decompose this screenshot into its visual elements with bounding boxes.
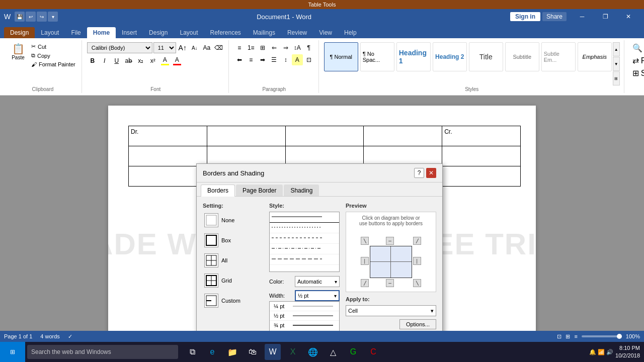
superscript-btn[interactable]: x² — [147, 55, 158, 66]
style-list-dotted3[interactable] — [270, 244, 339, 254]
taskbar-app2[interactable]: G — [345, 344, 361, 360]
change-case-btn[interactable]: Aa — [201, 42, 212, 53]
width-select[interactable]: ½ pt ▾ — [295, 290, 340, 301]
tab-mailings[interactable]: Mailings — [247, 27, 281, 38]
preview-left-border-btn[interactable]: │ — [361, 257, 369, 265]
view-print-btn[interactable]: ⊡ — [557, 333, 561, 340]
customize-btn[interactable]: ▾ — [48, 12, 58, 22]
apply-to-dropdown[interactable]: Cell ▾ — [346, 305, 436, 316]
start-button[interactable]: ⊞ — [0, 342, 25, 362]
strikethrough-btn[interactable]: ab̶ — [123, 55, 134, 66]
preview-br-btn[interactable]: ╲ — [413, 279, 421, 287]
minimize-btn[interactable]: ─ — [571, 9, 594, 24]
close-btn[interactable]: ✕ — [617, 9, 640, 24]
taskbar-app3[interactable]: C — [365, 344, 381, 360]
preview-right-border-btn[interactable]: │ — [413, 257, 421, 265]
justify-btn[interactable]: ☰ — [269, 54, 280, 65]
taskbar-edge[interactable]: e — [204, 344, 220, 360]
table-cell[interactable]: Cr. — [442, 126, 521, 146]
taskbar-excel[interactable]: X — [285, 344, 301, 360]
font-family-select[interactable]: Calibri (Body) — [87, 42, 152, 53]
copy-button[interactable]: ⧉ Copy — [29, 51, 77, 60]
borders-btn[interactable]: ⊡ — [303, 54, 314, 65]
view-web-btn[interactable]: ⊞ — [566, 333, 570, 340]
save-btn[interactable]: 💾 — [15, 12, 25, 22]
tab-references[interactable]: References — [204, 27, 247, 38]
table-cell[interactable]: Dr. — [129, 126, 207, 146]
table-cell[interactable] — [129, 166, 207, 187]
zoom-slider[interactable] — [582, 335, 622, 337]
paste-button[interactable]: 📋 Paste — [8, 42, 28, 62]
style-no-spacing[interactable]: ¶ No Spac... — [360, 42, 394, 71]
table-cell[interactable] — [364, 126, 442, 146]
font-size-select[interactable]: 11 — [153, 42, 176, 53]
find-btn[interactable]: 🔍 Find — [629, 42, 644, 54]
taskbar-explorer[interactable]: 📁 — [224, 344, 240, 360]
tab-layout[interactable]: Layout — [174, 27, 204, 38]
style-heading2[interactable]: Heading 2 — [433, 42, 467, 71]
grow-font-btn[interactable]: A↑ — [177, 42, 188, 53]
numbering-btn[interactable]: 1≡ — [246, 42, 257, 53]
share-btn[interactable]: Share — [542, 12, 567, 21]
gallery-scroll-up[interactable]: ▲ — [613, 42, 620, 56]
setting-all[interactable]: All — [203, 252, 263, 269]
gallery-scroll-down[interactable]: ▼ — [613, 57, 620, 71]
dialog-close-btn[interactable]: ✕ — [426, 168, 436, 178]
style-heading1[interactable]: Heading 1 — [396, 42, 431, 71]
bold-btn[interactable]: B — [87, 55, 98, 66]
underline-btn[interactable]: U — [111, 55, 122, 66]
style-list[interactable] — [269, 212, 340, 272]
table-cell[interactable] — [442, 166, 521, 187]
align-center-btn[interactable]: ≡ — [246, 54, 257, 65]
clear-format-btn[interactable]: ⌫ — [213, 42, 224, 53]
taskbar-chrome[interactable]: 🌐 — [305, 344, 321, 360]
dialog-tab-page-border[interactable]: Page Border — [236, 185, 283, 196]
table-cell[interactable] — [442, 146, 521, 166]
shading-btn[interactable]: A — [292, 54, 303, 65]
sort-btn[interactable]: ↕A — [292, 42, 303, 53]
table-cell[interactable] — [129, 146, 207, 166]
dialog-help-btn[interactable]: ? — [414, 168, 424, 178]
increase-indent-btn[interactable]: ⇒ — [280, 42, 291, 53]
taskbar-app1[interactable]: △ — [325, 344, 341, 360]
setting-grid[interactable]: Grid — [203, 272, 263, 289]
table-cell[interactable] — [285, 126, 364, 146]
preview-bl-btn[interactable]: ╱ — [361, 279, 369, 287]
line-spacing-btn[interactable]: ↕ — [280, 54, 291, 65]
align-left-btn[interactable]: ⬅ — [234, 54, 245, 65]
style-list-dotted1[interactable] — [270, 223, 339, 233]
taskbar-search[interactable]: Search the web and Windows — [27, 345, 178, 359]
width-option-05[interactable]: ½ pt — [270, 311, 339, 321]
options-button[interactable]: Options... — [399, 319, 436, 329]
taskbar-store[interactable]: 🛍 — [245, 344, 261, 360]
dialog-tab-shading[interactable]: Shading — [284, 185, 319, 196]
preview-tr-btn[interactable]: ╱ — [413, 237, 421, 245]
tab-help[interactable]: Help — [338, 27, 363, 38]
style-subtle-em[interactable]: Subtle Em... — [541, 42, 576, 71]
taskbar-word[interactable]: W — [265, 344, 281, 360]
style-normal[interactable]: ¶ Normal — [324, 42, 358, 71]
select-btn[interactable]: ⊞ Select ▾ — [629, 67, 644, 79]
style-list-dotted2[interactable] — [270, 233, 339, 244]
cut-button[interactable]: ✂ Cut — [29, 42, 77, 51]
style-title[interactable]: Title — [469, 42, 503, 71]
width-option-1[interactable]: 1 pt — [270, 330, 339, 331]
sign-in-btn[interactable]: Sign in — [510, 12, 540, 21]
tab-home[interactable]: Home — [87, 27, 116, 38]
setting-none[interactable]: None — [203, 212, 263, 229]
highlight-btn[interactable]: A — [159, 55, 171, 66]
preview-bottom-border-btn[interactable]: ─ — [386, 279, 394, 287]
shrink-font-btn[interactable]: A↓ — [189, 42, 200, 53]
dialog-tab-borders[interactable]: Borders — [201, 185, 235, 197]
taskbar-task-view[interactable]: ⧉ — [184, 344, 200, 360]
bullets-btn[interactable]: ≡ — [234, 42, 245, 53]
gallery-more[interactable]: ⊞ — [613, 71, 620, 85]
tab-design[interactable]: Design — [143, 27, 174, 38]
italic-btn[interactable]: I — [99, 55, 110, 66]
style-list-solid[interactable] — [270, 212, 339, 223]
align-right-btn[interactable]: ➡ — [257, 54, 268, 65]
multilevel-btn[interactable]: ⊞ — [257, 42, 268, 53]
style-emphasis[interactable]: Emphasis — [578, 42, 612, 71]
tab-file[interactable]: File — [65, 27, 87, 38]
restore-btn[interactable]: ❐ — [594, 9, 617, 24]
